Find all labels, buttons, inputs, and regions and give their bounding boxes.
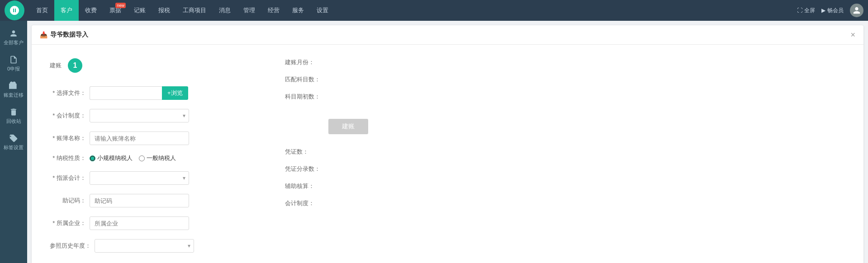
tax-general-label: 一般纳税人 [147, 154, 176, 162]
step-circle: 1 [68, 58, 82, 73]
sidebar: 全部客户 0申报 账套迁移 回收站 标签设置 [0, 21, 27, 263]
sidebar-item-tag-settings[interactable]: 标签设置 [1, 130, 26, 155]
auxiliary-label: 辅助核算： [285, 182, 314, 190]
accounting-system-select-wrapper [90, 109, 189, 122]
assign-accountant-label: * 指派会计： [50, 174, 86, 182]
nav-manage[interactable]: 管理 [237, 0, 261, 21]
step-section: 建账 1 [50, 58, 258, 73]
sidebar-item-migrate[interactable]: 账套迁移 [1, 78, 26, 102]
file-row: * 选择文件： +浏览 [50, 86, 258, 100]
nav-menu: 首页 客户 收费 票据 new 记账 报税 工商项目 消息 管理 经营 服务 设… [30, 0, 797, 21]
step-label: 建账 [50, 61, 62, 70]
match-subject-label: 匹配科目数： [285, 75, 320, 84]
build-month-label: 建账月份： [285, 58, 314, 66]
voucher-count-row: 凭证数： [285, 148, 412, 156]
nav-operation[interactable]: 经营 [261, 0, 286, 21]
memo-row: 助记码： [50, 194, 258, 207]
trash-icon [9, 108, 18, 117]
company-label: * 所属企业： [50, 219, 86, 227]
dialog-header: 📥 导爷数据导入 × [32, 25, 863, 45]
company-input[interactable] [90, 216, 189, 230]
topnav-right: ⛶ 全屏 ▶ 畅会员 [797, 4, 863, 17]
form-area: 建账 1 * 选择文件： +浏览 * 会计制度： [32, 45, 863, 263]
accounting-system-select[interactable] [90, 109, 189, 122]
ledger-name-label: * 账簿名称： [50, 134, 86, 142]
assign-accountant-select[interactable] [90, 171, 189, 185]
user-avatar[interactable] [850, 4, 863, 17]
history-year-row: 参照历史年度： [50, 239, 258, 253]
build-account-button[interactable]: 建账 [328, 119, 368, 134]
tax-radio-group: 小规模纳税人 一般纳税人 [90, 154, 176, 162]
sidebar-item-trash[interactable]: 回收站 [1, 104, 26, 128]
tax-general-input[interactable] [139, 155, 145, 161]
company-row: * 所属企业： [50, 216, 258, 230]
history-year-select[interactable] [95, 239, 194, 253]
memo-label: 助记码： [50, 197, 86, 205]
tax-small-input[interactable] [90, 155, 95, 161]
nav-tax[interactable]: 报税 [152, 0, 176, 21]
member-button[interactable]: ▶ 畅会员 [821, 7, 844, 14]
app-logo [5, 0, 24, 20]
period-initial-row: 科目期初数： [285, 93, 412, 101]
history-year-label: 参照历史年度： [50, 242, 91, 250]
nav-bizproject[interactable]: 工商项目 [176, 0, 213, 21]
sidebar-item-all-clients[interactable]: 全部客户 [1, 25, 26, 50]
accounting-system-label: * 会计制度： [50, 112, 86, 120]
tax-type-label: * 纳税性质： [50, 154, 86, 162]
file-input[interactable] [90, 86, 162, 100]
user-icon [9, 29, 18, 38]
voucher-count-label: 凭证数： [285, 148, 308, 156]
migrate-icon [9, 81, 18, 90]
history-year-select-wrapper [95, 239, 194, 253]
dialog-panel: 📥 导爷数据导入 × 建账 1 * 选择文件： [32, 25, 863, 263]
nav-settings[interactable]: 设置 [310, 0, 335, 21]
nav-home[interactable]: 首页 [30, 0, 54, 21]
nav-invoice[interactable]: 票据 new [103, 0, 128, 21]
tax-general-radio[interactable]: 一般纳税人 [139, 154, 176, 162]
form-left: 建账 1 * 选择文件： +浏览 * 会计制度： [50, 58, 258, 253]
right-accounting-system-row: 会计制度： [285, 199, 412, 207]
nav-account[interactable]: 记账 [128, 0, 152, 21]
tag-icon [9, 134, 18, 143]
sidebar-item-declare[interactable]: 0申报 [1, 52, 26, 76]
dialog-title: 📥 导爷数据导入 [40, 31, 88, 39]
nav-service[interactable]: 服务 [286, 0, 310, 21]
browse-button[interactable]: +浏览 [162, 86, 188, 100]
content-area: 📥 导爷数据导入 × 建账 1 * 选择文件： [27, 21, 868, 263]
build-account-btn-wrapper: 建账 [285, 114, 412, 134]
file-label: * 选择文件： [50, 89, 86, 97]
import-icon: 📥 [40, 31, 47, 38]
match-subject-row: 匹配科目数： [285, 75, 412, 84]
period-initial-label: 科目期初数： [285, 93, 320, 101]
form-right: 建账月份： 匹配科目数： 科目期初数： 建账 凭证数： 凭证 [285, 58, 412, 253]
assign-accountant-row: * 指派会计： [50, 171, 258, 185]
main-layout: 全部客户 0申报 账套迁移 回收站 标签设置 [0, 21, 868, 263]
close-button[interactable]: × [850, 31, 855, 39]
nav-message[interactable]: 消息 [213, 0, 237, 21]
nav-fee[interactable]: 收费 [79, 0, 103, 21]
auxiliary-row: 辅助核算： [285, 182, 412, 190]
play-icon: ▶ [821, 7, 825, 14]
top-navigation: 首页 客户 收费 票据 new 记账 报税 工商项目 消息 管理 经营 服务 设… [0, 0, 868, 21]
tax-small-label: 小规模纳税人 [97, 154, 133, 162]
nav-client[interactable]: 客户 [54, 0, 79, 21]
tax-type-row: * 纳税性质： 小规模纳税人 一般纳税人 [50, 154, 258, 162]
build-month-row: 建账月份： [285, 58, 412, 66]
right-accounting-system-label: 会计制度： [285, 199, 314, 207]
accounting-system-row: * 会计制度： [50, 109, 258, 122]
assign-accountant-select-wrapper [90, 171, 189, 185]
voucher-entry-row: 凭证分录数： [285, 165, 412, 173]
fullscreen-icon: ⛶ [797, 7, 802, 14]
ledger-name-row: * 账簿名称： [50, 132, 258, 145]
fullscreen-button[interactable]: ⛶ 全屏 [797, 7, 815, 14]
new-badge: new [115, 3, 126, 8]
declare-icon [9, 55, 18, 64]
tax-small-radio[interactable]: 小规模纳税人 [90, 154, 133, 162]
voucher-entry-label: 凭证分录数： [285, 165, 320, 173]
memo-input[interactable] [90, 194, 189, 207]
file-input-group: +浏览 [90, 86, 188, 100]
ledger-name-input[interactable] [90, 132, 189, 145]
